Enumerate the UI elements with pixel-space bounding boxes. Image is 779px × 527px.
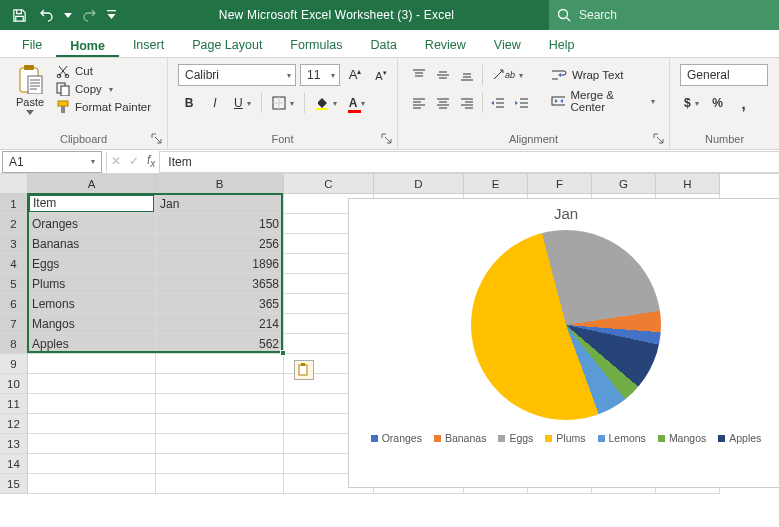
undo-dropdown[interactable] (62, 2, 74, 28)
cell-A2[interactable]: Oranges (28, 214, 156, 234)
row-header-1[interactable]: 1 (0, 194, 28, 214)
formula-input[interactable]: Item (159, 151, 779, 173)
col-header-G[interactable]: G (592, 174, 656, 194)
cell-A8[interactable]: Apples (28, 334, 156, 354)
font-family-combo[interactable]: Calibri▾ (178, 64, 296, 86)
col-header-B[interactable]: B (156, 174, 284, 194)
cell-B9[interactable] (156, 354, 284, 374)
cell-A4[interactable]: Eggs (28, 254, 156, 274)
borders-button[interactable]: ▾ (268, 92, 298, 114)
align-center-button[interactable] (432, 92, 454, 114)
cell-A6[interactable]: Lemons (28, 294, 156, 314)
col-header-D[interactable]: D (374, 174, 464, 194)
row-header-10[interactable]: 10 (0, 374, 28, 394)
cell-B14[interactable] (156, 454, 284, 474)
search-input[interactable] (579, 8, 771, 22)
cell-A5[interactable]: Plums (28, 274, 156, 294)
col-header-C[interactable]: C (284, 174, 374, 194)
align-right-button[interactable] (456, 92, 478, 114)
align-bottom-button[interactable] (456, 64, 478, 86)
enter-formula-button[interactable]: ✓ (129, 154, 139, 168)
cell-B10[interactable] (156, 374, 284, 394)
underline-button[interactable]: U▾ (230, 92, 255, 114)
cell-A3[interactable]: Bananas (28, 234, 156, 254)
font-dialog-launcher[interactable] (381, 133, 393, 145)
wrap-text-button[interactable]: Wrap Text (547, 64, 659, 86)
cell-B5[interactable]: 3658 (156, 274, 284, 294)
row-header-2[interactable]: 2 (0, 214, 28, 234)
grow-font-button[interactable]: A▴ (344, 64, 366, 86)
cell-B7[interactable]: 214 (156, 314, 284, 334)
fill-color-button[interactable]: ▾ (311, 92, 341, 114)
tab-file[interactable]: File (8, 32, 56, 57)
row-header-14[interactable]: 14 (0, 454, 28, 474)
cut-button[interactable]: Cut (56, 64, 151, 78)
paste-button[interactable]: Paste (10, 64, 50, 115)
alignment-dialog-launcher[interactable] (653, 133, 665, 145)
align-top-button[interactable] (408, 64, 430, 86)
cell-B3[interactable]: 256 (156, 234, 284, 254)
tab-view[interactable]: View (480, 32, 535, 57)
font-color-button[interactable]: A▾ (345, 92, 370, 114)
align-left-button[interactable] (408, 92, 430, 114)
row-header-3[interactable]: 3 (0, 234, 28, 254)
cell-A10[interactable] (28, 374, 156, 394)
cell-A7[interactable]: Mangos (28, 314, 156, 334)
qat-customize[interactable] (104, 2, 118, 28)
row-header-13[interactable]: 13 (0, 434, 28, 454)
cell-B15[interactable] (156, 474, 284, 494)
cell-B6[interactable]: 365 (156, 294, 284, 314)
bold-button[interactable]: B (178, 92, 200, 114)
tab-formulas[interactable]: Formulas (276, 32, 356, 57)
cells-area[interactable]: ItemJanOranges150Bananas256Eggs1896Plums… (28, 194, 720, 527)
fx-button[interactable]: fx (147, 153, 155, 169)
tab-home[interactable]: Home (56, 33, 119, 58)
redo-button[interactable] (76, 2, 102, 28)
undo-button[interactable] (34, 2, 60, 28)
row-header-8[interactable]: 8 (0, 334, 28, 354)
italic-button[interactable]: I (204, 92, 226, 114)
cell-A1[interactable]: Item (28, 194, 156, 214)
row-header-5[interactable]: 5 (0, 274, 28, 294)
col-header-F[interactable]: F (528, 174, 592, 194)
align-middle-button[interactable] (432, 64, 454, 86)
tab-help[interactable]: Help (535, 32, 589, 57)
cell-B1[interactable]: Jan (156, 194, 284, 214)
tab-data[interactable]: Data (356, 32, 410, 57)
row-header-4[interactable]: 4 (0, 254, 28, 274)
cell-B2[interactable]: 150 (156, 214, 284, 234)
row-header-7[interactable]: 7 (0, 314, 28, 334)
save-button[interactable] (6, 2, 32, 28)
tab-review[interactable]: Review (411, 32, 480, 57)
row-header-6[interactable]: 6 (0, 294, 28, 314)
cell-A12[interactable] (28, 414, 156, 434)
percent-format-button[interactable]: % (707, 92, 729, 114)
increase-indent-button[interactable] (511, 92, 533, 114)
row-header-9[interactable]: 9 (0, 354, 28, 374)
select-all-corner[interactable] (0, 174, 28, 194)
cell-A9[interactable] (28, 354, 156, 374)
font-size-combo[interactable]: 11▾ (300, 64, 340, 86)
cell-B8[interactable]: 562 (156, 334, 284, 354)
col-header-E[interactable]: E (464, 174, 528, 194)
clipboard-dialog-launcher[interactable] (151, 133, 163, 145)
cell-B4[interactable]: 1896 (156, 254, 284, 274)
cancel-formula-button[interactable]: ✕ (111, 154, 121, 168)
row-header-12[interactable]: 12 (0, 414, 28, 434)
accounting-format-button[interactable]: $▾ (680, 92, 703, 114)
cell-B11[interactable] (156, 394, 284, 414)
cell-A15[interactable] (28, 474, 156, 494)
decrease-indent-button[interactable] (487, 92, 509, 114)
cell-A14[interactable] (28, 454, 156, 474)
comma-format-button[interactable]: , (733, 92, 755, 114)
cell-B12[interactable] (156, 414, 284, 434)
tab-insert[interactable]: Insert (119, 32, 178, 57)
tab-page-layout[interactable]: Page Layout (178, 32, 276, 57)
shrink-font-button[interactable]: A▾ (370, 64, 392, 86)
row-header-15[interactable]: 15 (0, 474, 28, 494)
col-header-A[interactable]: A (28, 174, 156, 194)
number-format-combo[interactable]: General (680, 64, 768, 86)
pie-chart[interactable]: JanOrangesBananasEggsPlumsLemonsMangosAp… (348, 198, 779, 488)
format-painter-button[interactable]: Format Painter (56, 100, 151, 114)
cell-B13[interactable] (156, 434, 284, 454)
